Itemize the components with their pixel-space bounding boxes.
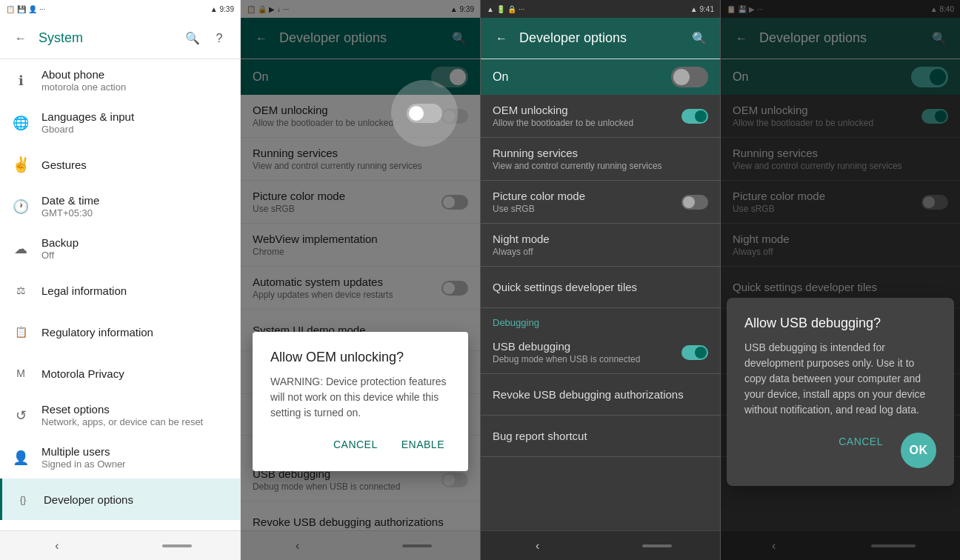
- users-label: Multiple users: [41, 445, 125, 458]
- oem-title-p3: OEM unlocking: [493, 104, 676, 116]
- nav-back[interactable]: ‹: [48, 537, 66, 555]
- status-bar-p3: ▲ 🔋 🔒 ··· ▲ 9:41: [481, 0, 720, 18]
- sidebar-item-about-phone[interactable]: ℹ About phone motorola one action: [0, 59, 240, 101]
- picture-sub-p3: Use sRGB: [493, 204, 676, 214]
- backup-sublabel: Off: [41, 250, 79, 261]
- dev-options-label: Developer options: [44, 493, 133, 506]
- search-button-p3[interactable]: 🔍: [690, 30, 708, 47]
- running-sub-p3: View and control currently running servi…: [493, 161, 708, 171]
- usb-dialog-title: Allow USB debugging?: [744, 316, 936, 331]
- sidebar-item-developer-options[interactable]: {} Developer options: [0, 479, 240, 520]
- motorola-label: Motorola Privacy: [41, 367, 124, 380]
- usb-ok-button[interactable]: OK: [901, 433, 936, 468]
- picture-row-p3[interactable]: Picture color mode Use sRGB: [481, 181, 720, 224]
- night-title-p3: Night mode: [493, 233, 708, 245]
- panel-dev-dark-oem: ▲ 🔋 🔒 ··· ▲ 9:41 ← Developer options 🔍 O…: [480, 0, 720, 560]
- time-display: 9:39: [220, 5, 234, 13]
- account-icon: 👤: [28, 5, 37, 13]
- about-sublabel: motorola one action: [41, 81, 126, 93]
- oem-toggle-p3[interactable]: [681, 109, 708, 124]
- usb-toggle-p3[interactable]: [681, 345, 708, 360]
- app-bar-title: System: [39, 30, 83, 46]
- nav-back-p3[interactable]: ‹: [529, 537, 547, 555]
- sidebar-item-system-updates[interactable]: 📱 System updates Updated to Android 9: [0, 520, 240, 530]
- sidebar-item-legal[interactable]: ⚖ Legal information: [0, 270, 240, 311]
- languages-sublabel: Gboard: [41, 124, 134, 135]
- backup-label: Backup: [41, 236, 79, 249]
- back-button-p3[interactable]: ←: [493, 30, 510, 47]
- sidebar-item-backup[interactable]: ☁ Backup Off: [0, 227, 240, 270]
- sidebar-item-date-time[interactable]: 🕐 Date & time GMT+05:30: [0, 185, 240, 227]
- legal-label: Legal information: [41, 284, 127, 297]
- usb-row-p3[interactable]: USB debugging Debug mode when USB is con…: [481, 331, 720, 374]
- motorola-icon: M: [12, 364, 30, 382]
- wifi3-icon: ▲: [487, 5, 494, 13]
- datetime-label: Date & time: [41, 194, 99, 207]
- usb-cancel-button[interactable]: Cancel: [833, 433, 889, 468]
- wifi3r-icon: ▲: [690, 5, 698, 13]
- usb-sub-p3: Debug mode when USB is connected: [493, 354, 676, 364]
- users-sublabel: Signed in as Owner: [41, 459, 125, 470]
- oem-dialog-title: Allow OEM unlocking?: [270, 350, 450, 365]
- regulatory-label: Regulatory information: [41, 326, 153, 339]
- app-bar-p3: ← Developer options 🔍: [481, 18, 720, 59]
- back-button[interactable]: ←: [12, 30, 30, 47]
- languages-icon: 🌐: [12, 114, 30, 132]
- sidebar-item-languages[interactable]: 🌐 Languages & input Gboard: [0, 101, 240, 144]
- nav-pill: [162, 544, 192, 547]
- datetime-sublabel: GMT+05:30: [41, 207, 99, 219]
- oem-toggle-highlighted: [407, 104, 442, 123]
- oem-row-p3[interactable]: OEM unlocking Allow the bootloader to be…: [481, 95, 720, 138]
- lock3-icon: 🔒: [507, 5, 516, 13]
- sidebar-item-regulatory[interactable]: 📋 Regulatory information: [0, 311, 240, 353]
- status-bar-p1: 📋 💾 👤 ··· ▲ 9:39: [0, 0, 240, 18]
- developer-main-toggle-p3[interactable]: [671, 67, 708, 87]
- about-icon: ℹ: [12, 72, 30, 90]
- usb-dialog-actions: Cancel OK: [744, 433, 936, 468]
- reset-label: Reset options: [41, 403, 203, 416]
- running-title-p3: Running services: [493, 147, 708, 159]
- nav-bar-p3: ‹: [481, 530, 720, 560]
- usb-title-p3: USB debugging: [493, 340, 676, 353]
- status-icons-right: ▲ 9:39: [210, 5, 234, 13]
- dev-options-title-p3: Developer options: [519, 30, 627, 46]
- legal-icon: ⚖: [12, 281, 30, 299]
- bug-row-p3[interactable]: Bug report shortcut: [481, 416, 720, 457]
- revoke-title-p3: Revoke USB debugging authorizations: [493, 388, 708, 401]
- users-icon: 👤: [12, 449, 30, 467]
- oem-enable-button[interactable]: Enable: [396, 436, 450, 453]
- search-button[interactable]: 🔍: [184, 30, 201, 47]
- sd-icon: 💾: [17, 5, 26, 13]
- datetime-icon: 🕐: [12, 198, 30, 216]
- running-row-p3[interactable]: Running services View and control curren…: [481, 138, 720, 181]
- revoke-row-p3[interactable]: Revoke USB debugging authorizations: [481, 374, 720, 416]
- gestures-icon: ✌: [12, 156, 30, 173]
- settings-list-p3: OEM unlocking Allow the bootloader to be…: [481, 95, 720, 560]
- oem-dialog-overlay: Allow OEM unlocking? WARNING: Device pro…: [241, 0, 480, 560]
- sidebar-item-reset[interactable]: ↺ Reset options Network, apps, or device…: [0, 394, 240, 436]
- sidebar-item-users[interactable]: 👤 Multiple users Signed in as Owner: [0, 436, 240, 479]
- backup-icon: ☁: [12, 240, 30, 258]
- help-button[interactable]: ?: [210, 30, 228, 47]
- reset-icon: ↺: [12, 407, 30, 424]
- oem-sub-p3: Allow the bootloader to be unlocked: [493, 118, 676, 128]
- quick-row-p3[interactable]: Quick settings developer tiles: [481, 267, 720, 308]
- oem-cancel-button[interactable]: Cancel: [327, 436, 384, 453]
- panel-system-sidebar: 📋 💾 👤 ··· ▲ 9:39 ← System 🔍 ? ℹ: [0, 0, 240, 560]
- night-row-p3[interactable]: Night mode Always off: [481, 224, 720, 267]
- regulatory-icon: 📋: [12, 323, 30, 341]
- oem-dialog: Allow OEM unlocking? WARNING: Device pro…: [253, 332, 468, 471]
- nav-bar-p1: ‹: [0, 530, 240, 560]
- usb-dialog: Allow USB debugging? USB debugging is in…: [727, 298, 954, 486]
- languages-label: Languages & input: [41, 110, 134, 123]
- night-sub-p3: Always off: [493, 247, 708, 257]
- oem-dialog-body: WARNING: Device protection features will…: [270, 374, 450, 421]
- status-icons-right-p3: ▲ 9:41: [690, 5, 714, 13]
- oem-toggle-highlight: [391, 80, 458, 147]
- nav-pill-p3: [642, 544, 672, 547]
- dev-actions-p3: 🔍: [690, 30, 708, 47]
- sidebar-item-motorola-privacy[interactable]: M Motorola Privacy: [0, 353, 240, 394]
- picture-toggle-p3[interactable]: [681, 195, 708, 210]
- about-label: About phone: [41, 68, 126, 81]
- sidebar-item-gestures[interactable]: ✌ Gestures: [0, 144, 240, 185]
